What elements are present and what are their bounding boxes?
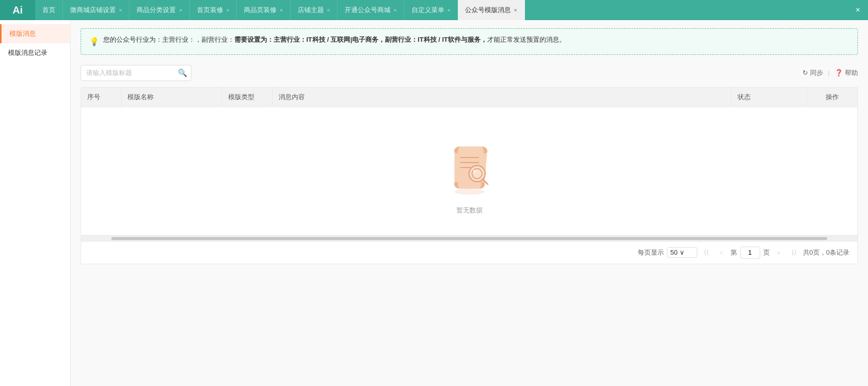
nav-tab-close-wechat-template[interactable]: ×: [514, 7, 517, 13]
nav-tab-custom-menu[interactable]: 自定义菜单×: [405, 0, 458, 20]
nav-tab-close-open-wechat[interactable]: ×: [393, 7, 396, 13]
divider: |: [828, 69, 830, 76]
content-area: 💡 您的公众号行业为：主营行业：，副营行业：需要设置为：主营行业：IT科技 / …: [71, 20, 868, 386]
nav-tab-product-decor[interactable]: 商品页装修×: [237, 0, 290, 20]
sidebar-item-template-log[interactable]: 模版消息记录: [0, 43, 70, 62]
nav-tab-wsc-shop[interactable]: 微商城店铺设置×: [63, 0, 129, 20]
nav-tab-close-product-category[interactable]: ×: [179, 7, 182, 13]
th-seq: 序号: [81, 88, 121, 107]
table-header: 序号 模版名称 模版类型 消息内容 状态 操作: [81, 88, 857, 107]
nav-tab-wechat-template[interactable]: 公众号模版消息×: [458, 0, 524, 20]
pagination: 每页显示 50 ∨ ⟨⟨ ＜ 第 页 ＞ ⟩⟩ 共0页，0条记录: [81, 241, 857, 264]
page-label: 第: [730, 248, 737, 257]
empty-state: 暂无数据: [81, 107, 857, 235]
help-label: 帮助: [845, 68, 858, 78]
page-next-button[interactable]: ＞: [773, 247, 785, 259]
nav-tab-close-product-decor[interactable]: ×: [280, 7, 283, 13]
sync-icon: ↻: [803, 69, 808, 76]
nav-tab-close-home-decor[interactable]: ×: [226, 7, 229, 13]
th-content: 消息内容: [273, 88, 731, 107]
empty-svg: [439, 137, 500, 198]
sync-button[interactable]: ↻ 同步: [803, 68, 823, 78]
top-nav: Ai 首页微商城店铺设置×商品分类设置×首页装修×商品页装修×店铺主题×开通公众…: [0, 0, 868, 20]
search-button[interactable]: 🔍: [178, 68, 187, 78]
nav-tab-home[interactable]: 首页: [35, 0, 63, 20]
search-bar: 🔍 ↻ 同步 | ❓ 帮助: [81, 65, 858, 81]
search-actions: ↻ 同步 | ❓ 帮助: [803, 68, 858, 78]
alert-text: 您的公众号行业为：主营行业：，副营行业：需要设置为：主营行业：IT科技 / 互联…: [103, 35, 566, 45]
th-status: 状态: [731, 88, 807, 107]
page-first-button[interactable]: ⟨⟨: [700, 247, 712, 259]
nav-tab-close-shop-theme[interactable]: ×: [327, 7, 330, 13]
sidebar-item-template-msg[interactable]: 模版消息: [0, 24, 70, 43]
data-table: 序号 模版名称 模版类型 消息内容 状态 操作: [81, 87, 858, 264]
industry-alert: 💡 您的公众号行业为：主营行业：，副营行业：需要设置为：主营行业：IT科技 / …: [81, 28, 858, 55]
svg-point-0: [454, 189, 485, 195]
main-layout: 模版消息模版消息记录 💡 您的公众号行业为：主营行业：，副营行业：需要设置为：主…: [0, 20, 868, 386]
page-size-value: 50: [671, 249, 678, 256]
th-type: 模版类型: [222, 88, 273, 107]
search-input-wrap: 🔍: [81, 65, 191, 81]
nav-tab-product-category[interactable]: 商品分类设置×: [129, 0, 189, 20]
page-number-input[interactable]: [740, 247, 760, 259]
svg-point-7: [473, 170, 476, 173]
page-total: 共0页，0条记录: [803, 248, 849, 257]
nav-tab-home-decor[interactable]: 首页装修×: [190, 0, 237, 20]
app-logo: Ai: [0, 0, 35, 20]
sync-label: 同步: [810, 68, 823, 78]
nav-tabs: 首页微商城店铺设置×商品分类设置×首页装修×商品页装修×店铺主题×开通公众号商城…: [35, 0, 848, 20]
th-name: 模版名称: [121, 88, 222, 107]
page-unit: 页: [763, 248, 770, 257]
chevron-down-icon: ∨: [680, 249, 685, 256]
nav-tab-close-custom-menu[interactable]: ×: [447, 7, 450, 13]
empty-illustration: [439, 137, 500, 198]
th-action: 操作: [807, 88, 857, 107]
nav-tab-open-wechat[interactable]: 开通公众号商城×: [338, 0, 404, 20]
scrollbar-thumb[interactable]: [111, 237, 827, 240]
nav-tab-close-wsc-shop[interactable]: ×: [119, 7, 122, 13]
sidebar: 模版消息模版消息记录: [0, 20, 71, 386]
page-size-label: 每页显示: [638, 248, 664, 257]
page-last-button[interactable]: ⟩⟩: [788, 247, 800, 259]
search-input[interactable]: [81, 65, 191, 81]
nav-tab-shop-theme[interactable]: 店铺主题×: [291, 0, 338, 20]
global-close-button[interactable]: ×: [848, 0, 868, 20]
page-prev-button[interactable]: ＜: [715, 247, 727, 259]
empty-text: 暂无数据: [456, 206, 483, 215]
page-size-select[interactable]: 50 ∨: [667, 247, 697, 258]
horizontal-scrollbar[interactable]: [81, 235, 857, 241]
help-button[interactable]: ❓ 帮助: [835, 68, 858, 78]
bulb-icon: 💡: [89, 35, 99, 48]
help-icon: ❓: [835, 69, 843, 76]
